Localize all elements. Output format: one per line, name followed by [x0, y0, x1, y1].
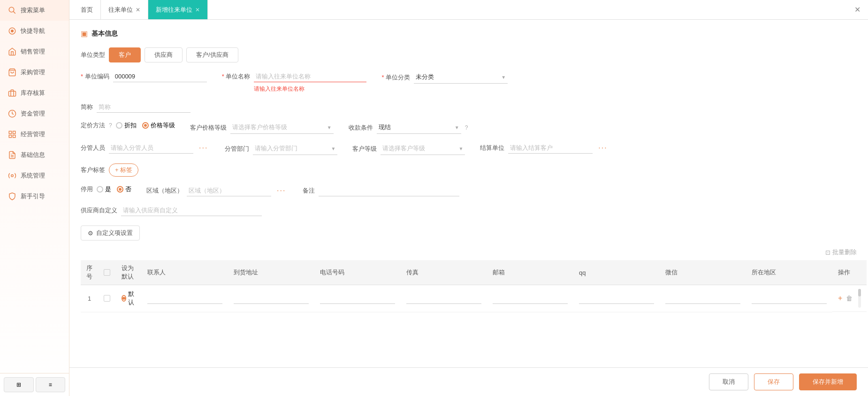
- settlement-unit-input[interactable]: [508, 142, 593, 154]
- basic-icon: [8, 150, 17, 160]
- customize-settings-button[interactable]: ⚙ 自定义项设置: [81, 225, 140, 241]
- sidebar-item-quick-nav[interactable]: 快捷导航: [0, 21, 69, 41]
- sidebar-item-operations[interactable]: 经营管理: [0, 124, 69, 145]
- supplier-custom-group: 供应商自定义: [81, 205, 262, 216]
- payment-terms-help-icon[interactable]: ?: [465, 124, 468, 131]
- batch-delete-button[interactable]: ⊡ 批量删除: [825, 248, 857, 256]
- tab-new-counterparty-close[interactable]: ✕: [195, 7, 200, 13]
- svg-point-3: [11, 30, 14, 32]
- pricing-radio-discount[interactable]: 折扣: [116, 121, 137, 130]
- sidebar-item-purchase[interactable]: 采购管理: [0, 62, 69, 83]
- finance-icon: [8, 109, 17, 118]
- sidebar-item-quick-nav-label: 快捷导航: [21, 27, 45, 35]
- tab-new-counterparty[interactable]: 新增往来单位 ✕: [148, 0, 208, 19]
- row-region-input[interactable]: [752, 293, 827, 304]
- manager-more-icon[interactable]: ···: [197, 144, 210, 152]
- quick-nav-icon: [8, 26, 17, 36]
- customize-btn-label: 自定义项设置: [96, 229, 133, 237]
- sidebar-item-finance[interactable]: 资金管理: [0, 103, 69, 124]
- row-default-label: 默认: [128, 290, 136, 307]
- sidebar-item-sales[interactable]: 销售管理: [0, 41, 69, 62]
- sidebar-bottom-btn2[interactable]: ≡: [36, 377, 66, 392]
- guide-icon: [8, 192, 17, 201]
- disable-radio-yes-label: 是: [105, 185, 111, 194]
- row-phone-input[interactable]: [320, 293, 395, 304]
- unit-type-label: 单位类型: [81, 51, 105, 59]
- unit-type-row: 单位类型 客户 供应商 客户/供应商: [81, 47, 857, 62]
- settlement-unit-label: 结算单位: [480, 144, 504, 152]
- sidebar-item-search-label: 搜索菜单: [21, 6, 45, 15]
- add-row-button[interactable]: +: [838, 294, 842, 303]
- delete-row-button[interactable]: 🗑: [846, 295, 853, 302]
- manager-input[interactable]: [109, 142, 193, 154]
- disable-radio-yes[interactable]: 是: [97, 185, 111, 194]
- row-address-input[interactable]: [234, 293, 309, 304]
- col-qq: qq: [573, 260, 660, 285]
- operations-icon: [8, 130, 17, 139]
- row-email-input[interactable]: [493, 293, 568, 304]
- unit-btn-supplier[interactable]: 供应商: [145, 47, 183, 62]
- region-more-icon[interactable]: ···: [275, 186, 288, 195]
- sidebar-bottom: ⊞ ≡: [0, 373, 69, 396]
- sidebar-bottom-btn1[interactable]: ⊞: [4, 377, 34, 392]
- customer-price-select[interactable]: 请选择客户价格等级 ▼: [230, 121, 334, 134]
- close-all-tabs[interactable]: ✕: [851, 3, 864, 16]
- sidebar-item-basic[interactable]: 基础信息: [0, 145, 69, 165]
- row-fax-input[interactable]: [406, 293, 481, 304]
- unit-code-input[interactable]: [113, 71, 207, 82]
- tab-counterparty[interactable]: 往来单位 ✕: [101, 0, 148, 19]
- short-name-input[interactable]: [97, 101, 190, 113]
- unit-category-select[interactable]: 未分类 ▼: [414, 71, 508, 84]
- col-default: 设为默认: [116, 260, 142, 285]
- save-new-button[interactable]: 保存并新增: [799, 373, 857, 390]
- pricing-radio-group: 折扣 价格等级: [116, 121, 175, 130]
- region-input[interactable]: [187, 185, 271, 196]
- main: 首页 往来单位 ✕ 新增往来单位 ✕ ✕ ▣ 基本信息 单位类型 客户 供应商 …: [69, 0, 868, 396]
- pricing-row: 定价方法 ? 折扣 价格等级 客户价格等级 请选择客户价格等级: [81, 121, 857, 134]
- sidebar-item-system[interactable]: 系统管理: [0, 165, 69, 186]
- remarks-input[interactable]: [319, 185, 459, 196]
- save-button[interactable]: 保存: [754, 373, 793, 390]
- dept-group: 分管部门 请输入分管部门 ▼: [225, 142, 337, 155]
- row-email: [487, 285, 573, 312]
- add-tag-button[interactable]: + 标签: [109, 163, 138, 177]
- cancel-button[interactable]: 取消: [709, 373, 748, 390]
- sidebar-item-search[interactable]: 搜索菜单: [0, 0, 69, 21]
- customer-level-select[interactable]: 请选择客户等级 ▼: [381, 142, 465, 155]
- payment-terms-value: 现结: [379, 123, 453, 132]
- row-checkbox[interactable]: [104, 295, 110, 302]
- payment-terms-chevron: ▼: [455, 125, 459, 130]
- select-all-checkbox[interactable]: [104, 269, 110, 276]
- sidebar-item-system-label: 系统管理: [21, 171, 45, 180]
- supplier-custom-label: 供应商自定义: [81, 206, 117, 215]
- col-email: 邮箱: [487, 260, 573, 285]
- supplier-custom-row: 供应商自定义: [81, 205, 857, 216]
- unit-btn-both[interactable]: 客户/供应商: [186, 47, 238, 62]
- svg-line-1: [14, 12, 15, 14]
- supplier-custom-input[interactable]: [121, 205, 262, 216]
- pricing-method-group: 定价方法 ? 折扣 价格等级: [81, 121, 175, 130]
- pricing-radio-price-level[interactable]: 价格等级: [142, 121, 175, 130]
- sidebar-item-inventory[interactable]: 库存核算: [0, 83, 69, 103]
- unit-name-input[interactable]: [254, 71, 366, 82]
- settlement-unit-more-icon[interactable]: ···: [596, 144, 609, 152]
- payment-terms-select[interactable]: 现结 ▼: [377, 121, 461, 134]
- dept-select[interactable]: 请输入分管部门 ▼: [253, 142, 337, 155]
- table-section: ⚙ 自定义项设置 ⊡ 批量删除 序号 设为默认 联系人 到货地址: [81, 225, 857, 312]
- table-toolbar: ⊡ 批量删除: [81, 248, 857, 256]
- customer-tags-label: 客户标签: [81, 166, 105, 174]
- row-qq-input[interactable]: [579, 293, 654, 304]
- row-wechat-input[interactable]: [665, 293, 740, 304]
- search-icon: [8, 6, 17, 15]
- tab-home[interactable]: 首页: [73, 0, 101, 19]
- sidebar-item-guide[interactable]: 新手引导: [0, 186, 69, 207]
- row-contact-input[interactable]: [147, 293, 222, 304]
- pricing-help-icon[interactable]: ?: [109, 122, 112, 129]
- customer-price-chevron: ▼: [327, 125, 332, 130]
- short-name-row: 简称: [81, 101, 857, 113]
- row-default-radio[interactable]: 默认: [122, 290, 136, 307]
- tab-counterparty-close[interactable]: ✕: [136, 7, 140, 13]
- disable-radio-no[interactable]: 否: [117, 185, 131, 194]
- customer-level-placeholder: 请选择客户等级: [382, 144, 457, 153]
- unit-btn-customer[interactable]: 客户: [109, 47, 141, 62]
